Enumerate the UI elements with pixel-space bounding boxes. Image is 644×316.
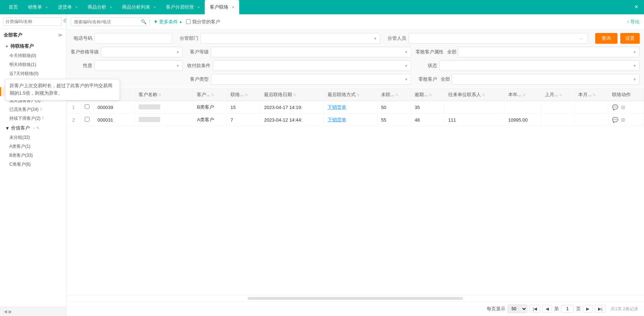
price-level-select[interactable]: ▼: [101, 47, 183, 57]
nav-close-analysis-list[interactable]: ×: [154, 5, 156, 9]
my-customers-filter: 我分管的客户: [186, 19, 220, 25]
nav-item-analysis[interactable]: 商品分析 ×: [83, 0, 117, 14]
col-action: 联络动作: [608, 89, 644, 101]
message-icon-1[interactable]: 💬: [612, 104, 618, 110]
cell-type-2: A类客户: [193, 114, 227, 126]
group-arrow-value: ▼: [5, 126, 10, 131]
cell-check-1: [81, 101, 94, 114]
filter-person: 分管人员 ···: [385, 33, 588, 44]
my-customers-checkbox[interactable]: [186, 19, 191, 24]
nav-item-sales[interactable]: 销售单 ×: [23, 0, 53, 14]
page-size-select[interactable]: 50 20 100: [508, 305, 527, 313]
nav-item-home[interactable]: 首页: [4, 0, 23, 14]
retail-select[interactable]: ▼: [451, 74, 640, 85]
sort-icon-year: ⇅: [523, 93, 525, 97]
first-page-btn[interactable]: |◀: [529, 305, 540, 313]
person-dots[interactable]: ···: [578, 36, 585, 41]
cust-level-select[interactable]: ▼: [211, 47, 411, 57]
export-button[interactable]: ↑ 导出: [627, 19, 640, 25]
filter-phone: 电话号码: [71, 33, 172, 44]
gender-select[interactable]: ▼: [94, 60, 183, 71]
filter-price-level: 客户价格等级 ▼: [71, 47, 183, 57]
sort-icon-lmonth: ⇅: [559, 93, 562, 97]
toolbar: 🔍 ▼ 更多条件 ▲ 我分管的客户 ↑ 导出: [66, 14, 644, 29]
message-icon-2[interactable]: 💬: [612, 117, 618, 123]
retail-attr-arrow: ▼: [633, 50, 636, 54]
last-page-btn[interactable]: ▶|: [595, 305, 606, 313]
dept-select[interactable]: ▼: [200, 33, 380, 44]
nav-close-analysis[interactable]: ×: [110, 5, 112, 9]
nav-close-sales[interactable]: ×: [46, 5, 48, 9]
tree-item-today[interactable]: 今天待联络(0): [0, 51, 66, 60]
cust-type-arrow: ▼: [404, 77, 408, 81]
settings-button[interactable]: 设置: [620, 33, 640, 44]
tree-item-declining[interactable]: 持续下滑客户(2) ?: [0, 114, 66, 123]
nav-item-customer-contact[interactable]: 客户联络 ×: [205, 0, 239, 14]
col-name: 客户名称⇅: [135, 89, 193, 101]
nav-item-customer-layer[interactable]: 客户分层经营 ×: [161, 0, 205, 14]
method-link-1[interactable]: 下销货单: [328, 104, 346, 110]
sidebar-tree: ▼ 待联络客户 今天待联络(0) 明天待联络(1) 近7天待联络(0) 逾期未联…: [0, 41, 66, 307]
tree-group-pending[interactable]: ▼ 待联络客户: [0, 41, 66, 51]
person-select[interactable]: ···: [408, 33, 588, 44]
filter-retail-customers: 零散客户 全部 ▼: [416, 74, 640, 85]
method-link-2[interactable]: 下销货单: [328, 117, 346, 122]
page-input[interactable]: [561, 305, 574, 313]
more-conditions-btn[interactable]: ▼ 更多条件 ▲: [153, 19, 182, 25]
search-icon[interactable]: 🔍: [141, 19, 147, 24]
cell-rownum-1: 1: [66, 101, 81, 114]
grid-icon-2[interactable]: ⊞: [621, 117, 625, 123]
nav-close-customer-contact[interactable]: ×: [232, 5, 234, 9]
tree-group-value[interactable]: ▼ 价值客户 ○ ✎: [0, 123, 66, 133]
sidebar-search-icon[interactable]: 🔍: [63, 19, 66, 24]
tree-item-class-b[interactable]: B类客户(33): [0, 151, 66, 160]
cell-tmonth-1: [575, 101, 608, 114]
status-select[interactable]: ▼: [439, 60, 640, 71]
cell-method-2: 下销货单: [324, 114, 377, 126]
cell-year-1: [504, 101, 541, 114]
filter-retail-attr: 零散客户属性 全部 ▼: [416, 47, 640, 57]
nav-item-analysis-list[interactable]: 商品分析列表 ×: [117, 0, 161, 14]
cell-code-2: 000031: [94, 114, 135, 126]
tree-item-class-a[interactable]: A类客户(1): [0, 142, 66, 151]
filter-cust-level: 客户等级 ▼: [187, 47, 411, 57]
cell-contact-2: 7: [227, 114, 260, 126]
nav-close-customer-layer[interactable]: ×: [198, 5, 200, 9]
tree-item-churned[interactable]: 已流失客户(24) ?: [0, 105, 66, 114]
search-input[interactable]: [74, 19, 139, 24]
sidebar-search-input[interactable]: [3, 17, 62, 26]
row-checkbox-2[interactable]: [85, 117, 89, 122]
cell-name-1: [135, 101, 193, 114]
phone-input[interactable]: [94, 33, 172, 44]
cell-method-1: 下销货单: [324, 101, 377, 114]
retail-attr-select[interactable]: ▼: [458, 47, 640, 57]
edit-icon-value[interactable]: ○ ✎: [33, 126, 40, 131]
nav-item-purchase[interactable]: 进货单 ×: [53, 0, 83, 14]
cell-year-2: 10995.00: [504, 114, 541, 126]
row-checkbox-1[interactable]: [85, 104, 89, 109]
help-icon-3: ?: [40, 107, 42, 112]
next-page-btn[interactable]: ▶: [583, 305, 593, 313]
cust-type-select[interactable]: ▼: [211, 74, 411, 85]
per-page-label: 每页显示: [487, 306, 505, 312]
payment-select[interactable]: ▼: [213, 60, 411, 71]
nav-close-purchase[interactable]: ×: [75, 5, 78, 9]
query-button[interactable]: 查询: [595, 33, 617, 44]
search-box: 🔍: [71, 17, 150, 26]
help-icon-4: ?: [42, 116, 44, 121]
sidebar-bottom-arrow[interactable]: ◀ ▶: [4, 309, 12, 314]
tree-item-7days[interactable]: 近7天待联络(0): [0, 69, 66, 78]
horizontal-scrollbar[interactable]: [247, 297, 463, 300]
grid-icon-1[interactable]: ⊞: [621, 104, 625, 110]
tree-item-tomorrow[interactable]: 明天待联络(1): [0, 60, 66, 69]
cell-overdue-2: 48: [411, 114, 444, 126]
window-close-button[interactable]: ×: [634, 4, 638, 10]
tree-item-class-c[interactable]: C类客户(6): [0, 160, 66, 169]
table-row: 1 000039 B类客户 15 2023-04-17 14:19: 下销货单 …: [66, 101, 644, 114]
gender-arrow: ▼: [176, 64, 180, 68]
tree-item-ungroups[interactable]: 未分组(32): [0, 133, 66, 142]
sidebar-collapse-icon[interactable]: ≫: [58, 33, 62, 38]
sort-icon-contact: ⇅: [245, 93, 248, 97]
filter-gender: 性质 ▼: [71, 60, 183, 71]
prev-page-btn[interactable]: ◀: [542, 305, 552, 313]
